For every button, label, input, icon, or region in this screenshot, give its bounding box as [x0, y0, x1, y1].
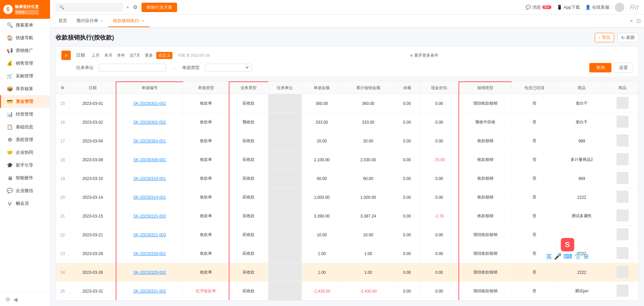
row-doc-no[interactable]: SK-20230328-001: [116, 244, 183, 263]
sidebar-item-search[interactable]: 🔍 搜索菜单: [0, 19, 50, 32]
more-date-btn[interactable]: 更多: [144, 52, 154, 59]
tab-prepay[interactable]: 预付应付单 ×: [72, 15, 108, 27]
sidebar-item-enterprise[interactable]: 🤝 企业协同: [0, 146, 50, 159]
this-year-btn[interactable]: 本年: [116, 52, 126, 59]
tab-maximize-icon[interactable]: ⊡: [636, 18, 641, 24]
sidebar-item-guide[interactable]: 🎓 新手引导: [0, 159, 50, 172]
expand-conditions-btn[interactable]: ∨ 展开更多条件: [410, 53, 438, 58]
sidebar-item-operation[interactable]: 📊 经营管理: [0, 108, 50, 121]
row-doc-no-link[interactable]: SK-20230308-001: [133, 158, 166, 162]
sidebar-item-sales[interactable]: 💰 销售管理: [0, 57, 50, 70]
sidebar: 6 畅康道好生意 标推版 🔍 搜索菜单 🏠 快捷导航 📢 营销推广 💰 销售管理…: [0, 0, 50, 306]
user-avatar[interactable]: [615, 3, 624, 12]
tab-prepay-close-icon[interactable]: ×: [100, 19, 104, 23]
this-month-btn[interactable]: 本月: [103, 52, 114, 59]
row-doc-no-link[interactable]: SK-20230321-003: [133, 233, 166, 237]
topbar-search-bar[interactable]: 🔍: [56, 3, 123, 11]
sidebar-item-quick[interactable]: 🏠 快捷导航: [0, 32, 50, 44]
row-doc-type: 收款单: [183, 94, 229, 113]
more-filters-icon[interactable]: ...: [171, 65, 177, 70]
partner-filter-input[interactable]: [99, 64, 166, 72]
row-doc-no-link[interactable]: SK-20230301-002: [133, 101, 166, 106]
messages-button[interactable]: 💬 消息 99+: [526, 4, 551, 10]
filter-toggle-button[interactable]: »: [61, 51, 71, 60]
row-doc-no-link[interactable]: SK-20230328-001: [133, 251, 166, 256]
query-button[interactable]: 查询: [589, 63, 611, 72]
row-doc-no[interactable]: SK-20230308-001: [116, 150, 183, 169]
column-settings-icon[interactable]: ⚙: [61, 85, 64, 90]
th-goods-img[interactable]: 商品: [606, 82, 638, 94]
row-doc-no[interactable]: SK-20230310-001: [116, 169, 183, 188]
th-goods[interactable]: 商品: [557, 82, 606, 94]
topbar-gear-icon[interactable]: ⚙: [133, 4, 138, 10]
row-doc-no-link[interactable]: SK-20230302-002: [133, 120, 166, 125]
row-doc-no-link[interactable]: SK-20230314-001: [133, 195, 166, 200]
refresh-button[interactable]: ↻ 刷新: [618, 33, 639, 42]
row-biz-type: 应收款: [229, 150, 268, 169]
row-doc-no[interactable]: SK-20230304-001: [116, 132, 183, 150]
sidebar-item-marketing[interactable]: 📢 营销推广: [0, 44, 50, 57]
row-doc-no[interactable]: SK-20230315-002: [116, 207, 183, 226]
page-title: 收款核销执行(按收款): [56, 34, 114, 42]
row-doc-no-link[interactable]: SK-20230310-001: [133, 176, 166, 181]
th-date[interactable]: 日期: [69, 82, 116, 94]
row-partner: [268, 207, 302, 226]
tab-close-all-icon[interactable]: ×: [630, 18, 633, 24]
solution-button[interactable]: 体验行业方案: [142, 3, 177, 12]
sidebar-item-hardware[interactable]: 🖥 智能硬件: [0, 172, 50, 184]
th-doc-no[interactable]: 单据编号: [116, 82, 183, 94]
dropdown-arrow-icon[interactable]: ▾: [127, 5, 129, 10]
export-button[interactable]: ↑ 导出: [595, 33, 614, 42]
doc-type-select[interactable]: [205, 64, 252, 72]
th-doc-type[interactable]: 单据类型: [183, 82, 229, 94]
last-7days-btn[interactable]: 近7天: [128, 52, 142, 59]
sidebar-item-member[interactable]: V 畅会员: [0, 197, 50, 210]
th-settled[interactable]: 包含已结清: [512, 82, 557, 94]
th-amount[interactable]: 单据金额: [302, 82, 342, 94]
service-icon: 👤: [585, 5, 591, 10]
th-cash-disc[interactable]: 现金折扣: [420, 82, 459, 94]
sidebar-item-purchase[interactable]: 🛒 采购管理: [0, 70, 50, 82]
row-doc-no[interactable]: SK-20230321-003: [116, 226, 183, 244]
row-date: 2023-03-31: [69, 282, 116, 301]
last-month-btn[interactable]: 上月: [90, 52, 101, 59]
table-body: 152023-03-01SK-20230301-002收款单应收款360.003…: [56, 94, 638, 301]
tab-home[interactable]: 首页: [54, 15, 72, 27]
th-gear[interactable]: ⚙: [56, 82, 69, 94]
data-table-container: ⚙ 日期 单据编号 单据类型 业务类型 往来单位 单据金额 累计核销金额 余额 …: [56, 81, 639, 301]
row-doc-no-link[interactable]: SK-20230331-002: [133, 289, 166, 294]
sidebar-label-system: 系统管理: [16, 137, 33, 143]
collapse-icon[interactable]: ◀: [13, 296, 17, 303]
th-balance[interactable]: 余额: [394, 82, 420, 94]
th-partner[interactable]: 往来单位: [268, 82, 302, 94]
sidebar-item-basic[interactable]: 📋 基础信息: [0, 121, 50, 133]
tab-collect-close-icon[interactable]: ×: [141, 19, 145, 23]
online-service-button[interactable]: 👤 在线客服: [585, 4, 609, 10]
th-biz-type[interactable]: 业务类型: [229, 82, 268, 94]
th-acc-amount[interactable]: 累计核销金额: [342, 82, 394, 94]
row-doc-no[interactable]: SK-20230314-001: [116, 188, 183, 207]
sidebar-item-wechat[interactable]: 💬 企业微信: [0, 184, 50, 197]
th-verify-type[interactable]: 核销类型: [459, 82, 512, 94]
row-doc-no[interactable]: SK-20230328-002: [116, 263, 183, 282]
table-scroll-area[interactable]: ⚙ 日期 单据编号 单据类型 业务类型 往来单位 单据金额 累计核销金额 余额 …: [56, 81, 638, 300]
row-amount: 10.00: [302, 226, 342, 244]
filter-settings-button[interactable]: 设置: [614, 63, 633, 73]
row-doc-no[interactable]: SK-20230301-002: [116, 94, 183, 113]
row-doc-no-link[interactable]: SK-20230304-001: [133, 139, 166, 143]
sidebar-item-capital[interactable]: 💳 资金管理: [0, 95, 50, 108]
app-download-button[interactable]: 📱 App下载: [557, 4, 580, 10]
sidebar-item-system[interactable]: ⚙ 系统管理: [0, 133, 50, 146]
row-acc-amount: 60.00: [342, 169, 394, 188]
sidebar-item-inventory[interactable]: 📦 库存核算: [0, 82, 50, 95]
tab-collect[interactable]: 收款核销执行 ×: [108, 15, 149, 27]
row-balance: 0.00: [394, 169, 420, 188]
row-goods-img: [606, 207, 638, 226]
row-doc-no[interactable]: SK-20230302-002: [116, 113, 183, 132]
row-goods-img: [606, 244, 638, 263]
custom-date-btn[interactable]: 自定义: [156, 52, 172, 59]
row-doc-no-link[interactable]: SK-20230328-002: [133, 270, 166, 275]
settings-bottom-icon[interactable]: ⚙: [5, 296, 10, 303]
row-doc-no-link[interactable]: SK-20230315-002: [133, 214, 166, 219]
row-doc-no[interactable]: SK-20230331-002: [116, 282, 183, 301]
